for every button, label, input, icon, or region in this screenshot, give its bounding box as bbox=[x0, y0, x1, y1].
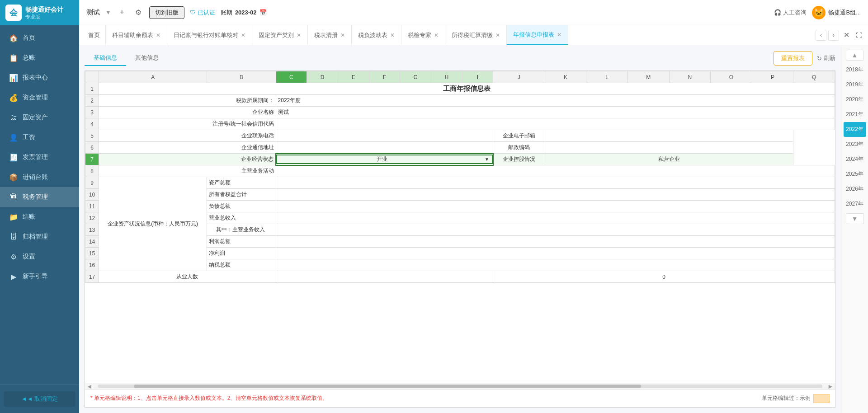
sheet-tab-other[interactable]: 其他信息 bbox=[126, 51, 168, 66]
year-item[interactable]: 2021年 bbox=[844, 107, 866, 122]
tab-taxwave[interactable]: 税负波动表✕ bbox=[352, 25, 401, 45]
label-cell: 注册号/统一社会信用代码 bbox=[99, 118, 276, 130]
tab-close-icon[interactable]: ✕ bbox=[495, 33, 500, 38]
year-scroll-up[interactable]: ▲ bbox=[846, 50, 864, 61]
value-cell[interactable] bbox=[276, 201, 835, 212]
calendar-icon[interactable]: 📅 bbox=[259, 9, 267, 16]
pin-button[interactable]: ◄◄ 取消固定 bbox=[4, 391, 75, 407]
tab-journal[interactable]: 日记账与银行对账单核对✕ bbox=[167, 25, 252, 45]
year-item[interactable]: 2025年 bbox=[844, 167, 866, 182]
year-item[interactable]: 2023年 bbox=[844, 137, 866, 152]
sidebar-item-tax[interactable]: 🏛 税务管理 bbox=[0, 187, 79, 207]
tab-close-icon[interactable]: ✕ bbox=[241, 33, 245, 38]
home-icon: 🏠 bbox=[9, 33, 18, 42]
label-cell: 企业联系电话 bbox=[99, 130, 276, 142]
horizontal-scrollbar[interactable]: ◄ ► bbox=[85, 383, 835, 389]
dropdown-cell[interactable]: 开业▼ bbox=[276, 154, 493, 165]
tab-aux[interactable]: 科目辅助余额表✕ bbox=[106, 25, 167, 45]
year-scroll-down[interactable]: ▼ bbox=[846, 213, 864, 224]
value-cell[interactable] bbox=[276, 248, 835, 259]
tab-assets[interactable]: 固定资产类别✕ bbox=[252, 25, 308, 45]
spreadsheet-scroll[interactable]: ABCDEFGHIJKLMNOPQ 1工商年报信息表2税款所属期间：2022年度… bbox=[85, 71, 835, 383]
tab-taxform[interactable]: 税表清册✕ bbox=[308, 25, 352, 45]
tab-prev-button[interactable]: ‹ bbox=[816, 30, 826, 41]
sidebar-item-ledger[interactable]: 📋 总账 bbox=[0, 48, 79, 68]
sidebar-item-close[interactable]: 📁 结账 bbox=[0, 207, 79, 227]
tab-close-icon[interactable]: ✕ bbox=[156, 33, 160, 38]
col-header-G: G bbox=[400, 71, 431, 83]
sidebar-item-archive[interactable]: 🗄 归档管理 bbox=[0, 227, 79, 247]
tab-close-icon[interactable]: ✕ bbox=[557, 32, 561, 38]
year-item[interactable]: 2027年 bbox=[844, 197, 866, 211]
value-cell[interactable] bbox=[276, 259, 835, 271]
sheet-actions: 重置报表 ↻ 刷新 bbox=[774, 51, 835, 66]
row-number: 7 bbox=[85, 154, 99, 165]
row-number: 5 bbox=[85, 130, 99, 142]
sidebar-item-assets[interactable]: 🗂 固定资产 bbox=[0, 108, 79, 127]
year-item[interactable]: 2022年 bbox=[844, 122, 866, 137]
sidebar-item-inventory[interactable]: 📦 进销台账 bbox=[0, 167, 79, 187]
value-cell[interactable] bbox=[545, 130, 793, 142]
value-cell[interactable] bbox=[276, 224, 835, 236]
year-item[interactable]: 2024年 bbox=[844, 152, 866, 167]
refresh-button[interactable]: ↻ 刷新 bbox=[817, 54, 835, 62]
value-cell[interactable] bbox=[276, 130, 493, 142]
value-cell[interactable]: 0 bbox=[493, 271, 835, 283]
tab-close-icon[interactable]: ✕ bbox=[390, 33, 395, 38]
value-cell[interactable] bbox=[276, 142, 493, 154]
sidebar-item-settings[interactable]: ⚙ 设置 bbox=[0, 247, 79, 267]
table-row: 17从业人数0 bbox=[85, 271, 835, 283]
label-cell: 主营业务活动 bbox=[99, 165, 276, 177]
tab-close-icon[interactable]: ✕ bbox=[340, 33, 345, 38]
value-cell[interactable] bbox=[545, 142, 793, 154]
topbar-dropdown-arrow[interactable]: ▼ bbox=[105, 9, 111, 16]
sidebar-item-home[interactable]: 🏠 首页 bbox=[0, 28, 79, 48]
tab-next-button[interactable]: › bbox=[828, 30, 839, 41]
value-cell[interactable] bbox=[276, 165, 835, 177]
tab-close-all-button[interactable]: ✕ bbox=[841, 30, 852, 41]
bottombar-note: * 单元格编辑说明：1、点击单元格直接录入数值或文本。2、清空单元格数值或文本恢… bbox=[90, 394, 762, 402]
sidebar-item-funds[interactable]: 💰 资金管理 bbox=[0, 88, 79, 108]
sidebar-item-invoices[interactable]: 🧾 发票管理 bbox=[0, 147, 79, 167]
hscroll-thumb[interactable] bbox=[134, 385, 641, 388]
year-item[interactable]: 2020年 bbox=[844, 92, 866, 107]
value-cell[interactable] bbox=[276, 189, 835, 201]
sheet-body: 1工商年报信息表2税款所属期间：2022年度3企业名称测试4注册号/统一社会信用… bbox=[85, 83, 835, 283]
tab-home[interactable]: 首页 bbox=[83, 25, 106, 45]
value-cell[interactable] bbox=[276, 212, 835, 224]
col-header-M: M bbox=[627, 71, 669, 83]
example-box bbox=[813, 394, 830, 403]
year-item[interactable]: 2018年 bbox=[844, 62, 866, 77]
switch-version-button[interactable]: 切到旧版 bbox=[149, 6, 184, 19]
value-cell[interactable] bbox=[276, 271, 493, 283]
tab-expand-button[interactable]: ⛶ bbox=[854, 30, 864, 41]
sidebar-item-reports[interactable]: 📊 报表中心 bbox=[0, 68, 79, 88]
hscroll-track[interactable] bbox=[98, 385, 822, 388]
value-cell[interactable]: 2022年度 bbox=[276, 95, 835, 107]
tab-income[interactable]: 所得税汇算清缴✕ bbox=[445, 25, 507, 45]
tab-annual[interactable]: 年报信息申报表✕ bbox=[507, 25, 568, 45]
sidebar-item-label: 资金管理 bbox=[23, 94, 48, 102]
value-cell[interactable] bbox=[276, 118, 835, 130]
user-menu[interactable]: 🐱 畅捷通B组... bbox=[812, 6, 861, 19]
value-cell[interactable] bbox=[276, 236, 835, 248]
reset-report-button[interactable]: 重置报表 bbox=[774, 51, 812, 66]
tab-close-icon[interactable]: ✕ bbox=[434, 33, 439, 38]
sidebar-item-guide[interactable]: ▶ 新手引导 bbox=[0, 267, 79, 286]
value-cell[interactable]: 测试 bbox=[276, 107, 835, 118]
value-cell[interactable]: 私营企业 bbox=[545, 154, 793, 165]
year-item[interactable]: 2026年 bbox=[844, 182, 866, 197]
col-header-A: A bbox=[99, 71, 207, 83]
sidebar-item-wages[interactable]: 👤 工资 bbox=[0, 127, 79, 147]
sheet-tab-basic[interactable]: 基础信息 bbox=[85, 51, 126, 66]
topbar-add-button[interactable]: + bbox=[117, 7, 127, 18]
row-number: 15 bbox=[85, 248, 99, 259]
tab-close-icon[interactable]: ✕ bbox=[297, 33, 301, 38]
col-header-Q: Q bbox=[793, 71, 835, 83]
year-item[interactable]: 2019年 bbox=[844, 77, 866, 92]
table-row: 6企业通信地址邮政编码 bbox=[85, 142, 835, 154]
support-button[interactable]: 🎧 人工咨询 bbox=[774, 9, 807, 17]
value-cell[interactable] bbox=[276, 177, 835, 189]
topbar-gear-icon[interactable]: ⚙ bbox=[133, 7, 144, 18]
tab-taxcheck[interactable]: 税检专家✕ bbox=[401, 25, 445, 45]
